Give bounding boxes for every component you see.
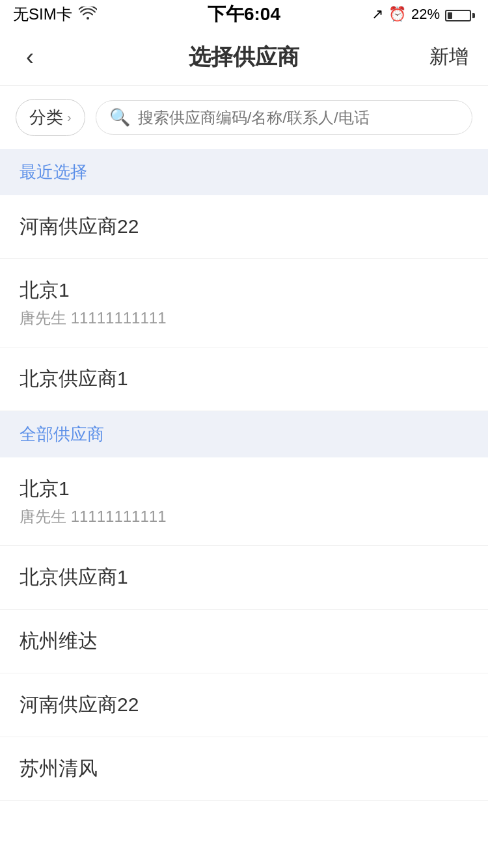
category-button[interactable]: 分类 › bbox=[16, 99, 85, 136]
list-item-sub: 唐先生 11111111111 bbox=[20, 506, 468, 527]
status-right: ↗ ⏰ 22% bbox=[372, 6, 475, 23]
status-bar: 无SIM卡 下午6:04 ↗ ⏰ 22% bbox=[0, 0, 488, 29]
all-list-item[interactable]: 北京供应商1 bbox=[0, 546, 488, 610]
nav-bar: ‹ 选择供应商 新增 bbox=[0, 29, 488, 86]
recent-list-item[interactable]: 河南供应商22 bbox=[0, 195, 488, 259]
page-title: 选择供应商 bbox=[189, 42, 299, 72]
all-list-item[interactable]: 河南供应商22 bbox=[0, 673, 488, 737]
list-item-sub: 唐先生 11111111111 bbox=[20, 308, 468, 329]
battery-label: 22% bbox=[411, 6, 440, 23]
recent-list-item[interactable]: 北京1唐先生 11111111111 bbox=[0, 259, 488, 347]
all-list-item[interactable]: 苏州清风 bbox=[0, 737, 488, 801]
location-icon: ↗ bbox=[372, 6, 383, 23]
status-left: 无SIM卡 bbox=[13, 4, 97, 25]
list-item-name: 北京供应商1 bbox=[20, 366, 468, 392]
back-button[interactable]: ‹ bbox=[20, 37, 40, 77]
search-box: 🔍 bbox=[96, 100, 472, 135]
recent-section-header: 最近选择 bbox=[0, 149, 488, 195]
wifi-icon bbox=[79, 5, 97, 23]
status-time: 下午6:04 bbox=[208, 2, 280, 27]
all-list: 北京1唐先生 11111111111北京供应商1杭州维达河南供应商22苏州清风 bbox=[0, 457, 488, 801]
list-item-name: 河南供应商22 bbox=[20, 213, 468, 240]
all-list-item[interactable]: 杭州维达 bbox=[0, 610, 488, 673]
list-item-name: 北京供应商1 bbox=[20, 564, 468, 591]
add-button[interactable]: 新增 bbox=[429, 44, 468, 70]
carrier-label: 无SIM卡 bbox=[13, 4, 72, 25]
recent-list: 河南供应商22北京1唐先生 11111111111北京供应商1 bbox=[0, 195, 488, 411]
search-input[interactable] bbox=[138, 109, 459, 127]
all-section-header: 全部供应商 bbox=[0, 411, 488, 457]
list-item-name: 苏州清风 bbox=[20, 755, 468, 782]
all-list-item[interactable]: 北京1唐先生 11111111111 bbox=[0, 457, 488, 546]
list-item-name: 北京1 bbox=[20, 476, 468, 502]
filter-bar: 分类 › 🔍 bbox=[0, 86, 488, 149]
category-label: 分类 bbox=[29, 106, 63, 129]
alarm-icon: ⏰ bbox=[388, 6, 406, 23]
recent-list-item[interactable]: 北京供应商1 bbox=[0, 347, 488, 411]
list-item-name: 北京1 bbox=[20, 277, 468, 304]
list-item-name: 杭州维达 bbox=[20, 628, 468, 655]
search-icon: 🔍 bbox=[109, 107, 130, 128]
list-item-name: 河南供应商22 bbox=[20, 692, 468, 718]
chevron-right-icon: › bbox=[67, 110, 72, 125]
battery-icon bbox=[445, 6, 475, 23]
